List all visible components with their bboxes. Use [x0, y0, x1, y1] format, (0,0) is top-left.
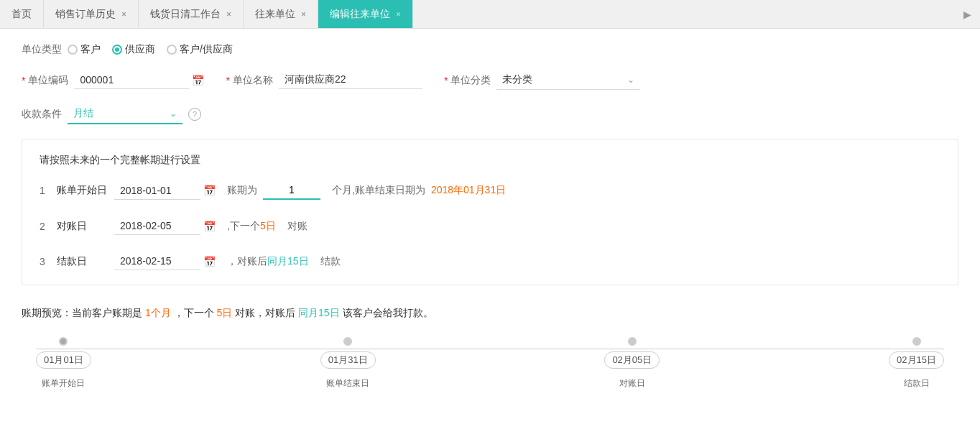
- tab-sales-history[interactable]: 销售订单历史 ×: [44, 0, 139, 28]
- setting-row-3: 3 结款日 📅 ，对账后 同月15日 结款: [40, 252, 940, 270]
- preview-mid2: 对账，对账后: [235, 307, 295, 318]
- timeline-dot-2: [628, 337, 637, 346]
- timeline-dot-0: [59, 337, 68, 346]
- timeline-point-0: 01月01日 账单开始日: [36, 337, 91, 390]
- preview-text: 账期预览：当前客户账期是 1个月 ，下一个 5日 对账，对账后 同月15日 该客…: [22, 307, 958, 320]
- preview-part2: 5日: [216, 307, 232, 318]
- payment-condition-value: 月结: [73, 107, 170, 120]
- unit-name-label: 单位名称: [233, 74, 273, 87]
- row-3-suffix-mid: 同月15日: [267, 255, 309, 268]
- unit-name-group: * 单位名称: [226, 71, 422, 89]
- row-3-suffix-before: ，对账后: [227, 255, 267, 268]
- tab-cash-daily[interactable]: 钱货日清工作台 ×: [139, 0, 244, 28]
- unit-type-row: 单位类型 客户 供应商 客户/供应商: [22, 43, 958, 56]
- row-3-date-input[interactable]: [114, 252, 200, 270]
- tab-home[interactable]: 首页: [0, 0, 44, 28]
- unit-code-icon[interactable]: 📅: [192, 75, 204, 86]
- unit-category-value: 未分类: [502, 73, 627, 86]
- row-1-num: 1: [40, 185, 57, 196]
- timeline-label-0: 账单开始日: [42, 377, 85, 390]
- unit-code-group: * 单位编码 📅: [22, 71, 204, 89]
- radio-both-label: 客户/供应商: [180, 43, 233, 56]
- row-3-calendar-icon[interactable]: 📅: [203, 256, 216, 267]
- row-1-period-label: 账期为: [227, 184, 257, 197]
- timeline-points: 01月01日 账单开始日 01月31日 账单结束日 02月05日 对账日 02月…: [36, 337, 944, 390]
- timeline-date-1: 01月31日: [320, 351, 376, 369]
- row-2-calendar-icon[interactable]: 📅: [203, 221, 216, 232]
- radio-customer-circle: [68, 45, 78, 55]
- radio-both-circle: [167, 45, 177, 55]
- radio-supplier-label: 供应商: [125, 43, 155, 56]
- tab-cash-daily-close[interactable]: ×: [226, 9, 231, 19]
- row-2-suffix-after: 对账: [287, 220, 308, 233]
- row-2-date-input[interactable]: [114, 217, 200, 235]
- radio-both[interactable]: 客户/供应商: [167, 43, 233, 56]
- row-1-calendar-icon[interactable]: 📅: [203, 185, 216, 196]
- tab-partners[interactable]: 往来单位 ×: [244, 0, 318, 28]
- tab-partners-close[interactable]: ×: [301, 9, 306, 19]
- timeline: 01月01日 账单开始日 01月31日 账单结束日 02月05日 对账日 02月…: [22, 337, 958, 390]
- timeline-label-1: 账单结束日: [326, 377, 369, 390]
- preview-part1: 1个月: [145, 307, 171, 318]
- unit-name-input[interactable]: [279, 71, 422, 89]
- timeline-date-3: 02月15日: [889, 351, 944, 369]
- code-name-category-row: * 单位编码 📅 * 单位名称 * 单位分类 未分类 ⌄: [22, 70, 958, 90]
- preview-part3: 同月15日: [298, 307, 340, 318]
- row-2-suffix-before: ,下一个: [227, 220, 260, 233]
- radio-customer[interactable]: 客户: [68, 43, 101, 56]
- row-1-period-end-date: 2018年01月31日: [431, 184, 506, 197]
- row-2-date-wrap: 📅: [114, 217, 216, 235]
- row-3-date-wrap: 📅: [114, 252, 216, 270]
- row-1-date-input[interactable]: [114, 182, 200, 200]
- timeline-point-1: 01月31日 账单结束日: [320, 337, 376, 390]
- row-1-label: 账单开始日: [57, 184, 114, 197]
- unit-category-group: * 单位分类 未分类 ⌄: [444, 70, 640, 90]
- unit-code-required: *: [22, 75, 25, 86]
- timeline-date-0: 01月01日: [36, 351, 91, 369]
- unit-code-input[interactable]: [74, 71, 189, 89]
- tab-sales-history-close[interactable]: ×: [121, 9, 126, 19]
- unit-name-required: *: [226, 75, 229, 86]
- tab-edit-partner[interactable]: 编辑往来单位 ×: [318, 0, 413, 28]
- timeline-point-2: 02月05日 对账日: [604, 337, 660, 390]
- row-2-label: 对账日: [57, 220, 114, 233]
- setting-row-1: 1 账单开始日 📅 账期为 个月,账单结束日期为 2018年01月31日: [40, 181, 940, 200]
- preview-mid1: ，下一个: [174, 307, 214, 318]
- payment-condition-row: 收款条件 月结 ⌄ ?: [22, 104, 958, 124]
- payment-condition-arrow-icon: ⌄: [170, 109, 177, 119]
- row-1-period-input[interactable]: [263, 181, 320, 200]
- tab-cash-daily-label: 钱货日清工作台: [150, 8, 221, 21]
- tab-overflow-arrow[interactable]: ▶: [955, 0, 980, 28]
- row-2-suffix-mid: 5日: [260, 220, 276, 233]
- timeline-date-2: 02月05日: [604, 351, 660, 369]
- tab-partners-label: 往来单位: [255, 8, 295, 21]
- timeline-dot-3: [912, 337, 921, 346]
- unit-category-required: *: [444, 75, 448, 86]
- tab-edit-partner-close[interactable]: ×: [396, 9, 401, 19]
- setting-row-2: 2 对账日 📅 ,下一个 5日 对账: [40, 217, 940, 235]
- preview-section: 账期预览：当前客户账期是 1个月 ，下一个 5日 对账，对账后 同月15日 该客…: [22, 300, 958, 404]
- row-3-suffix-after: 结款: [320, 255, 341, 268]
- main-content: 单位类型 客户 供应商 客户/供应商 * 单位编码 📅 * 单位名称: [0, 29, 980, 437]
- payment-condition-select[interactable]: 月结 ⌄: [68, 104, 182, 124]
- unit-category-label: 单位分类: [450, 74, 491, 87]
- unit-category-select[interactable]: 未分类 ⌄: [496, 70, 640, 90]
- preview-prefix: 账期预览：当前客户账期是: [22, 307, 142, 318]
- unit-type-label: 单位类型: [22, 43, 62, 56]
- payment-condition-label: 收款条件: [22, 108, 62, 121]
- help-icon[interactable]: ?: [188, 108, 201, 121]
- radio-supplier-circle: [112, 45, 122, 55]
- tab-home-label: 首页: [11, 8, 32, 21]
- timeline-label-3: 结款日: [904, 377, 930, 390]
- timeline-point-3: 02月15日 结款日: [889, 337, 944, 390]
- radio-supplier[interactable]: 供应商: [112, 43, 155, 56]
- tab-sales-history-label: 销售订单历史: [55, 8, 116, 21]
- row-1-period-unit: 个月,账单结束日期为: [332, 184, 425, 197]
- row-3-label: 结款日: [57, 255, 114, 268]
- row-2-num: 2: [40, 221, 57, 232]
- settings-card: 请按照未来的一个完整帐期进行设置 1 账单开始日 📅 账期为 个月,账单结束日期…: [22, 139, 958, 285]
- unit-type-radio-group: 客户 供应商 客户/供应商: [68, 43, 233, 56]
- tab-edit-partner-label: 编辑往来单位: [330, 8, 390, 21]
- row-3-num: 3: [40, 256, 57, 267]
- tab-bar: 首页 销售订单历史 × 钱货日清工作台 × 往来单位 × 编辑往来单位 × ▶: [0, 0, 980, 29]
